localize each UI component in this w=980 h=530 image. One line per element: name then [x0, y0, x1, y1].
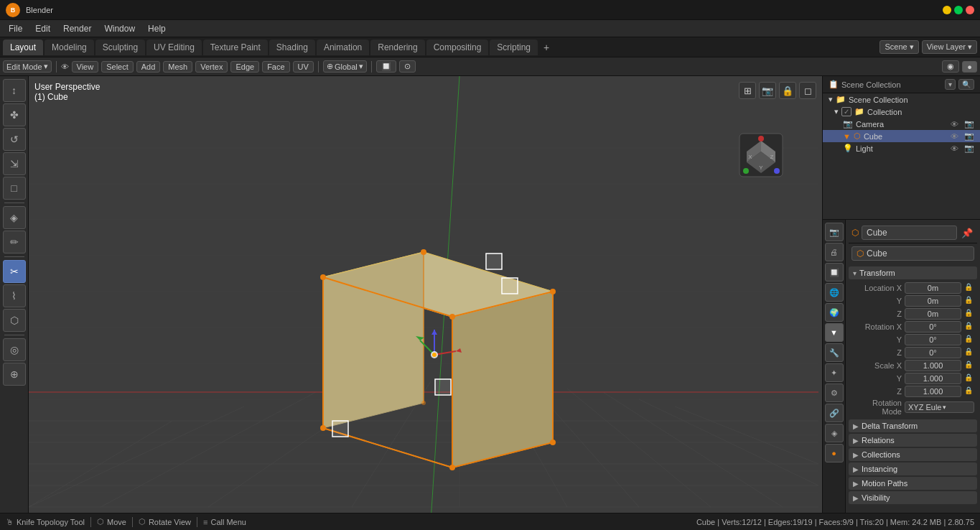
tool-knife[interactable]: ✂ [3, 260, 26, 283]
scale-y-value[interactable]: 1.000 [905, 373, 961, 384]
location-z-value[interactable]: 0m [905, 308, 961, 320]
collections-header[interactable]: ▶ Collections [849, 448, 977, 461]
transform-section-header[interactable]: ▾ Transform [849, 266, 977, 279]
tab-sculpting[interactable]: Sculpting [95, 39, 145, 55]
close-button[interactable] [966, 6, 974, 14]
tab-animation[interactable]: Animation [317, 39, 369, 55]
tab-rendering[interactable]: Rendering [370, 39, 424, 55]
menu-window[interactable]: Window [98, 22, 141, 35]
rotation-z-lock[interactable]: 🔒 [964, 348, 974, 358]
camera-visibility[interactable]: 👁 [951, 120, 958, 129]
add-workspace-button[interactable]: + [539, 40, 554, 55]
location-x-value[interactable]: 0m [905, 282, 961, 294]
menu-render[interactable]: Render [57, 22, 97, 35]
location-y-lock[interactable]: 🔒 [964, 296, 974, 306]
toolbar-mesh[interactable]: Mesh [163, 61, 192, 73]
prop-constraints-button[interactable]: 🔗 [825, 404, 844, 422]
menu-file[interactable]: File [3, 22, 28, 35]
prop-object-button[interactable]: ▼ [825, 323, 844, 342]
instancing-header[interactable]: ▶ Instancing [849, 462, 977, 475]
tool-move[interactable]: ✤ [3, 103, 26, 126]
motion-paths-header[interactable]: ▶ Motion Paths [849, 477, 977, 490]
scene-selector[interactable]: Scene ▾ [879, 40, 918, 54]
prop-modifier-button[interactable]: 🔧 [825, 343, 844, 362]
menu-edit[interactable]: Edit [29, 22, 56, 35]
lock-camera-button[interactable]: 🔒 [779, 82, 796, 99]
collection-checkbox[interactable]: ✓ [841, 107, 851, 116]
minimize-button[interactable] [943, 6, 951, 14]
visibility-header[interactable]: ▶ Visibility [849, 491, 977, 504]
cube-visibility[interactable]: 👁 [951, 132, 958, 141]
outliner-item-camera[interactable]: 📷 Camera 👁 📷 [823, 118, 980, 130]
tool-scale[interactable]: ⇲ [3, 152, 26, 175]
rotation-z-value[interactable]: 0° [905, 347, 961, 358]
transform-pivot-selector[interactable]: ⊕ Global ▾ [323, 60, 367, 73]
location-y-value[interactable]: 0m [905, 295, 961, 307]
relations-header[interactable]: ▶ Relations [849, 434, 977, 447]
outliner-filter[interactable]: ▾ [945, 79, 956, 90]
toggle-grid-button[interactable]: ⊞ [739, 82, 756, 99]
prop-output-button[interactable]: 🖨 [825, 243, 844, 261]
tool-rotate[interactable]: ↺ [3, 128, 26, 151]
prop-render-button[interactable]: 📷 [825, 223, 844, 241]
outliner-item-collection[interactable]: ▾ ✓ 📁 Collection [823, 106, 980, 118]
tab-layout[interactable]: Layout [3, 39, 43, 55]
tab-compositing[interactable]: Compositing [426, 39, 489, 55]
prop-data-button[interactable]: ◈ [825, 424, 844, 442]
prop-obj-name-field[interactable]: ⬡ Cube [851, 246, 974, 261]
rotation-x-value[interactable]: 0° [905, 321, 961, 333]
outliner-item-cube[interactable]: ▼ ⬡ Cube 👁 📷 [823, 130, 980, 142]
toolbar-view[interactable]: View [72, 61, 99, 73]
scale-x-value[interactable]: 1.000 [905, 360, 961, 371]
light-visibility[interactable]: 👁 [951, 144, 958, 153]
light-render-visibility[interactable]: 📷 [964, 144, 974, 153]
tool-cursor[interactable]: ↕ [3, 79, 26, 102]
view-layer-selector[interactable]: View Layer ▾ [922, 40, 977, 54]
outliner-search[interactable]: 🔍 [958, 79, 974, 90]
outliner-item-scene-collection[interactable]: ▾ 📁 Scene Collection [823, 93, 980, 106]
scale-x-lock[interactable]: 🔒 [964, 361, 974, 371]
camera-render-visibility[interactable]: 📷 [964, 119, 974, 129]
scale-y-lock[interactable]: 🔒 [964, 373, 974, 383]
prop-physics-button[interactable]: ⚙ [825, 383, 844, 402]
tool-smooth[interactable]: ⊕ [3, 363, 26, 386]
tool-annotate[interactable]: ◈ [3, 206, 26, 229]
toolbar-uv[interactable]: UV [293, 61, 314, 73]
prop-material-button[interactable]: ● [825, 444, 844, 462]
scale-z-value[interactable]: 1.000 [905, 386, 961, 397]
shading-mode[interactable]: ● [962, 61, 977, 73]
prop-world-button[interactable]: 🌍 [825, 303, 844, 322]
toolbar-face[interactable]: Face [262, 61, 289, 73]
overlay-toggle[interactable]: ◉ [942, 60, 959, 73]
proportional-toggle[interactable]: ⊙ [399, 60, 416, 73]
rotation-y-lock[interactable]: 🔒 [964, 335, 974, 345]
tab-shading[interactable]: Shading [269, 39, 315, 55]
tool-measure[interactable]: ✏ [3, 231, 26, 254]
viewport[interactable]: Y X Z User Perspective (1) Cube ⊞ 📷 🔒 ◻ [29, 76, 822, 513]
prop-pin-button[interactable]: 📌 [960, 226, 974, 240]
prop-scene-button[interactable]: 🌐 [825, 283, 844, 302]
tool-transform[interactable]: □ [3, 177, 26, 200]
scale-z-lock[interactable]: 🔒 [964, 386, 974, 396]
prop-view-layer-button[interactable]: 🔲 [825, 263, 844, 282]
delta-transform-header[interactable]: ▶ Delta Transform [849, 419, 977, 432]
tab-texture-paint[interactable]: Texture Paint [203, 39, 268, 55]
tool-spin[interactable]: ◎ [3, 338, 26, 361]
tab-uv-editing[interactable]: UV Editing [146, 39, 202, 55]
tool-loop-cut[interactable]: ⌇ [3, 284, 26, 307]
rotation-x-lock[interactable]: 🔒 [964, 322, 974, 332]
toolbar-add[interactable]: Add [136, 61, 161, 73]
menu-help[interactable]: Help [142, 22, 172, 35]
toolbar-vertex[interactable]: Vertex [195, 61, 228, 73]
snap-toggle[interactable]: 🔲 [376, 60, 396, 73]
rotation-y-value[interactable]: 0° [905, 334, 961, 345]
prop-object-name[interactable]: Cube [862, 226, 957, 240]
rotation-mode-selector[interactable]: XYZ Eule ▾ [905, 401, 974, 413]
maximize-button[interactable] [954, 6, 963, 14]
location-z-lock[interactable]: 🔒 [964, 309, 974, 319]
prop-particles-button[interactable]: ✦ [825, 363, 844, 382]
camera-view-button[interactable]: 📷 [759, 82, 776, 99]
toolbar-select[interactable]: Select [101, 61, 134, 73]
viewport-shading-wire[interactable]: ◻ [799, 82, 816, 99]
location-x-lock[interactable]: 🔒 [964, 283, 974, 293]
